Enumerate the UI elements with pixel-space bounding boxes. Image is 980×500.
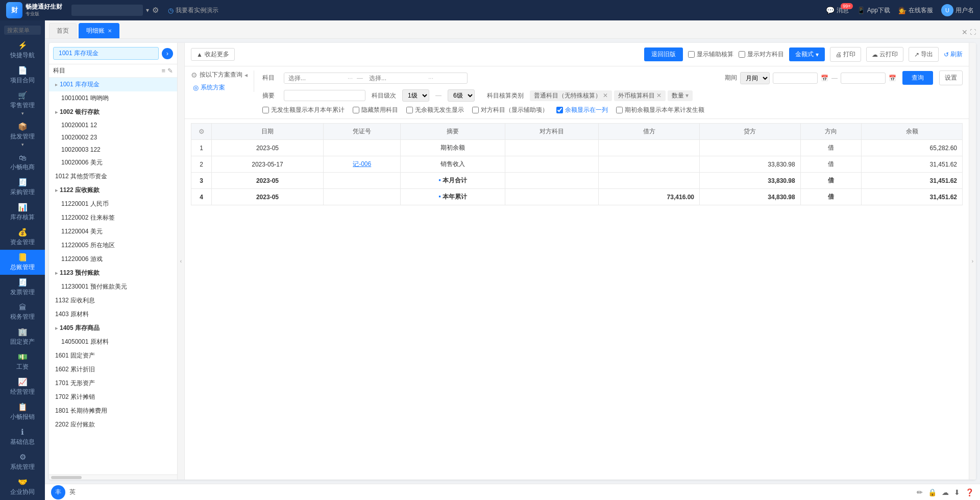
tree-item-1123[interactable]: ▸ 1123 预付账款 bbox=[49, 266, 177, 280]
topbar-search-input[interactable] bbox=[71, 5, 143, 16]
tree-item-10020003[interactable]: 10020003 122 bbox=[49, 144, 177, 156]
table-settings-icon[interactable]: ⚙ bbox=[199, 128, 205, 135]
tree-item-1702[interactable]: 1702 累计摊销 bbox=[49, 390, 177, 404]
tree-item-11230001[interactable]: 11230001 预付账款美元 bbox=[49, 280, 177, 294]
tree-item-1801[interactable]: 1801 长期待摊费用 bbox=[49, 404, 177, 418]
type-tag1[interactable]: 普通科目（无特殊核算） ✕ bbox=[530, 90, 612, 101]
list-view-icon[interactable]: ≡ bbox=[161, 67, 165, 75]
bottom-action-btn[interactable]: 丰 bbox=[51, 485, 65, 499]
show-contra-checkbox[interactable]: 显示对方科目 bbox=[739, 50, 784, 59]
sidebar-item-system[interactable]: ⚙ 系统管理 bbox=[0, 449, 45, 474]
export-btn[interactable]: ↗ 导出 bbox=[909, 47, 939, 62]
checkbox-no-balance[interactable]: 无余额无发生显示 bbox=[406, 106, 464, 114]
sidebar-item-cooperation[interactable]: 🤝 企业协同 bbox=[0, 474, 45, 499]
sidebar-item-project[interactable]: 📄 项目合同 bbox=[0, 63, 45, 88]
checkbox-no-amount[interactable]: 无发生额显示本月本年累计 bbox=[262, 106, 345, 114]
subject-filter-input2[interactable] bbox=[365, 73, 426, 83]
sidebar-item-basic[interactable]: ℹ 基础信息 bbox=[0, 424, 45, 449]
type-tag3[interactable]: 数量 ▾ bbox=[668, 90, 693, 101]
bottom-help-icon[interactable]: ❓ bbox=[965, 488, 974, 496]
level-end-select[interactable]: 6级 bbox=[448, 89, 475, 102]
tree-item-10020001[interactable]: 10020001 12 bbox=[49, 119, 177, 131]
topbar-app-download[interactable]: 📱 App下载 bbox=[857, 6, 890, 15]
bottom-edit-icon[interactable]: ✏ bbox=[917, 488, 923, 496]
filter-icon[interactable]: ⚙ bbox=[191, 71, 198, 79]
topbar-settings-icon[interactable]: ⚙ bbox=[152, 6, 159, 15]
sidebar-item-retail[interactable]: 🛒 零售管理 ▾ bbox=[0, 88, 45, 119]
period-end-icon[interactable]: 📅 bbox=[889, 75, 896, 82]
sidebar-item-fixed-assets[interactable]: 🏢 固定资产 bbox=[0, 324, 45, 349]
tree-item-2202[interactable]: 2202 应付账款 bbox=[49, 418, 177, 432]
topbar-message[interactable]: 💬 消息 99+ bbox=[826, 6, 849, 15]
show-aux-calc-checkbox[interactable]: 显示辅助核算 bbox=[688, 50, 733, 59]
tree-item-10010001[interactable]: 10010001 哟哟哟 bbox=[49, 91, 177, 105]
checkbox-hide-disabled[interactable]: 隐藏禁用科目 bbox=[353, 106, 398, 114]
tree-item-1132[interactable]: 1132 应收利息 bbox=[49, 294, 177, 307]
edit-icon[interactable]: ✎ bbox=[167, 67, 173, 75]
refresh-btn[interactable]: ↺ 刷新 bbox=[944, 50, 963, 59]
bottom-lock-icon[interactable]: 🔒 bbox=[928, 488, 937, 496]
tree-item-1701[interactable]: 1701 无形资产 bbox=[49, 376, 177, 390]
tree-item-14050001[interactable]: 14050001 原材料 bbox=[49, 335, 177, 349]
bottom-lang-btn[interactable]: 英 bbox=[69, 488, 76, 496]
sidebar-item-search[interactable] bbox=[0, 22, 45, 38]
tree-item-10020006[interactable]: 10020006 美元 bbox=[49, 156, 177, 170]
tree-item-1601[interactable]: 1601 固定资产 bbox=[49, 349, 177, 363]
tree-item-10020002[interactable]: 10020002 23 bbox=[49, 131, 177, 144]
tree-item-11220006[interactable]: 11220006 游戏 bbox=[49, 252, 177, 266]
back-to-old-btn[interactable]: 退回旧版 bbox=[644, 47, 683, 61]
bottom-cloud-icon[interactable]: ☁ bbox=[942, 488, 949, 496]
tree-item-11220004[interactable]: 11220004 美元 bbox=[49, 225, 177, 239]
type-tag2[interactable]: 外币核算科目 ✕ bbox=[614, 90, 666, 101]
tab-close-all-icon[interactable]: ✕ bbox=[962, 28, 968, 36]
sidebar-item-management[interactable]: 📈 经营管理 bbox=[0, 374, 45, 399]
tree-item-1122[interactable]: ▸ 1122 应收账款 bbox=[49, 183, 177, 197]
subject-filter-input1[interactable] bbox=[284, 73, 346, 83]
tree-item-1403[interactable]: 1403 原材料 bbox=[49, 307, 177, 321]
tree-item-11220001[interactable]: 11220001 人民币 bbox=[49, 197, 177, 211]
bottom-download-icon[interactable]: ⬇ bbox=[954, 488, 960, 496]
tree-item-11220002[interactable]: 11220002 往来标签 bbox=[49, 211, 177, 225]
account-nav-btn[interactable]: › bbox=[162, 48, 173, 59]
tab-maximize-icon[interactable]: ⛶ bbox=[970, 29, 976, 36]
sidebar-item-ecommerce[interactable]: 🛍 小畅电商 bbox=[0, 150, 45, 175]
sidebar-item-purchase[interactable]: 🧾 采购管理 bbox=[0, 175, 45, 200]
sidebar-item-expense[interactable]: 📋 小畅报销 bbox=[0, 399, 45, 424]
left-panel-collapse[interactable]: ‹ bbox=[178, 43, 185, 480]
sidebar-item-tax[interactable]: 🏛 税务管理 bbox=[0, 300, 45, 324]
topbar-demo[interactable]: ◷ 我要看实例演示 bbox=[168, 6, 218, 15]
checkbox-contra[interactable]: 对方科目（显示辅助项） bbox=[472, 106, 548, 114]
right-panel-collapse[interactable]: › bbox=[969, 43, 976, 480]
tree-item-11220005[interactable]: 11220005 所在地区 bbox=[49, 239, 177, 252]
tab-close-icon[interactable]: ✕ bbox=[108, 28, 112, 34]
summary-input[interactable] bbox=[284, 90, 365, 101]
sidebar-item-invoice[interactable]: 🧾 发票管理 bbox=[0, 275, 45, 300]
settings-btn[interactable]: 设置 bbox=[939, 70, 963, 85]
period-start-input[interactable]: 2023-05 bbox=[773, 73, 818, 84]
table-row-voucher-2[interactable]: 记-006 bbox=[323, 156, 401, 173]
period-range-icon[interactable]: 📅 bbox=[821, 75, 828, 82]
tree-item-1012[interactable]: 1012 其他货币资金 bbox=[49, 170, 177, 183]
sidebar-item-wholesale[interactable]: 📦 批发管理 ▾ bbox=[0, 119, 45, 150]
sidebar-item-salary[interactable]: 💵 工资 bbox=[0, 349, 45, 374]
period-freq-select[interactable]: 月间 bbox=[740, 72, 770, 84]
expand-more-btn[interactable]: ▲ 收起更多 bbox=[191, 48, 235, 61]
print-btn[interactable]: 🖨 打印 bbox=[830, 47, 861, 62]
checkbox-initial-balance[interactable]: 期初余额显示本年累计发生额 bbox=[616, 106, 704, 114]
level-start-select[interactable]: 1级 bbox=[402, 89, 429, 102]
cloud-print-btn[interactable]: ☁ 云打印 bbox=[866, 47, 903, 62]
topbar-user[interactable]: U 用户名 bbox=[941, 4, 974, 16]
topbar-dropdown-icon[interactable]: ▾ bbox=[146, 7, 149, 14]
sidebar-item-inventory[interactable]: 📊 库存核算 bbox=[0, 200, 45, 225]
tree-item-1002[interactable]: ▸ 1002 银行存款 bbox=[49, 105, 177, 119]
tab-home[interactable]: 首页 bbox=[49, 23, 77, 38]
query-btn[interactable]: 查询 bbox=[902, 71, 933, 85]
sidebar-item-ledger[interactable]: 📒 总账管理 bbox=[0, 250, 45, 275]
system-scheme[interactable]: ◎ 系统方案 bbox=[191, 83, 248, 92]
jine-btn[interactable]: 金额式 ▾ bbox=[789, 47, 825, 61]
period-end-input[interactable]: 2023-05 bbox=[841, 73, 886, 84]
sidebar-item-quick-nav[interactable]: ⚡ 快捷导航 bbox=[0, 38, 45, 63]
topbar-online-service[interactable]: 💁 在线客服 bbox=[898, 6, 933, 15]
checkbox-balance-one-col[interactable]: 余额显示在一列 bbox=[556, 106, 608, 114]
tree-item-1405[interactable]: ▸ 1405 库存商品 bbox=[49, 321, 177, 335]
